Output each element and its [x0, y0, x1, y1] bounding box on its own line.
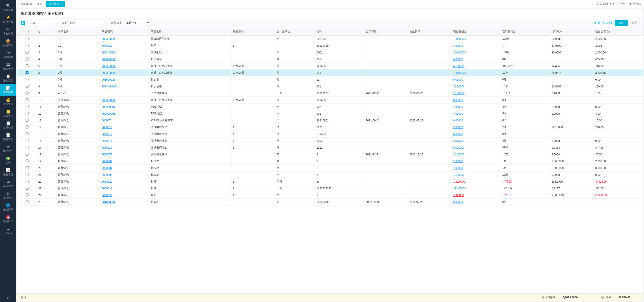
row-qty-link[interactable]: 0.00000: [453, 132, 463, 136]
row-code-link[interactable]: 0000084: [102, 173, 112, 177]
row-code-link[interactable]: 000097: [102, 119, 111, 122]
sidebar-item-newguide[interactable]: 🎯 新手引导: [0, 213, 16, 225]
print-button[interactable]: 🖨 按模板打印 ▾: [594, 2, 616, 6]
row-qty-link[interactable]: 49.60000: [453, 65, 464, 68]
sidebar-item-purchase[interactable]: 📋 采购管理: [0, 72, 16, 84]
tab-active[interactable]: 库存批次 ×: [46, 1, 65, 7]
row-checkbox[interactable]: [26, 105, 28, 108]
row-code-link[interactable]: 0023-00008: [102, 71, 116, 75]
row-checkbox[interactable]: [26, 98, 28, 101]
row-code-link[interactable]: 0023-00005: [102, 65, 116, 68]
sidebar-item-search[interactable]: 🔍 搜索菜单: [0, 2, 16, 14]
row-code-link[interactable]: 0000078: [102, 153, 112, 156]
sidebar-item-salary[interactable]: 💵 工资: [0, 155, 16, 166]
row-checkbox[interactable]: [26, 71, 28, 74]
row-checkbox[interactable]: [26, 64, 28, 67]
row-code-link[interactable]: 0000012: [102, 187, 112, 190]
row-code-link[interactable]: 0023-00005: [102, 85, 116, 88]
row-checkbox[interactable]: [26, 112, 28, 115]
row-checkbox[interactable]: [26, 44, 28, 47]
expand-conditions-button[interactable]: ▼ 展开更多条件: [594, 21, 614, 25]
row-checkbox[interactable]: [26, 132, 28, 135]
row-qty-link[interactable]: 0.00000: [453, 201, 463, 204]
row-code-link[interactable]: 0000017: [102, 146, 112, 149]
check-all-checkbox[interactable]: [26, 30, 28, 33]
row-code-link[interactable]: 000900001: [102, 105, 115, 108]
row-code-link[interactable]: 0000084: [102, 167, 112, 170]
row-qty-link[interactable]: -16.00000: [453, 180, 465, 183]
sidebar-item-assets[interactable]: 🏛 固定资产: [0, 143, 16, 155]
row-checkbox[interactable]: [26, 146, 28, 149]
row-checkbox[interactable]: [26, 125, 28, 128]
category-select[interactable]: 商品分类: [123, 20, 150, 26]
row-qty-link[interactable]: 10.00000: [453, 85, 464, 88]
sidebar-item-tax[interactable]: 📑 税务管理: [0, 131, 16, 143]
row-checkbox[interactable]: [26, 173, 28, 176]
row-checkbox[interactable]: [26, 187, 28, 190]
menu-button[interactable]: 搜索菜单: [18, 1, 34, 7]
row-code-link[interactable]: 0023-0000...: [102, 51, 117, 54]
sidebar-item-basic[interactable]: 🗂 基础信息: [0, 178, 16, 190]
filter-arrow-button[interactable]: ▶: [21, 21, 25, 25]
row-code-link[interactable]: 0023-00008: [102, 99, 116, 102]
export-button[interactable]: ↑ 导出: [617, 2, 627, 6]
goods-input[interactable]: [68, 20, 104, 26]
sidebar-item-management[interactable]: 📈 经营管理: [0, 166, 16, 178]
row-qty-link[interactable]: 0.00000: [453, 58, 463, 61]
row-checkbox[interactable]: [26, 78, 28, 81]
sidebar-item-ecommerce[interactable]: 💻 电商管理: [0, 61, 16, 72]
row-qty-link[interactable]: 122.00000: [453, 187, 466, 190]
row-qty-link[interactable]: 0.00000: [453, 99, 463, 102]
sidebar-item-finance[interactable]: 💰 资金管理: [0, 96, 16, 108]
row-code-link[interactable]: 0000029: [102, 194, 112, 197]
sidebar-item-invoice[interactable]: 🧾 发票管理: [0, 119, 16, 131]
row-code-link[interactable]: 0023-00009: [102, 37, 116, 41]
row-code-link[interactable]: 001000031: [102, 201, 115, 204]
row-qty-link[interactable]: -1.00000: [453, 194, 464, 197]
warehouse-input[interactable]: [28, 20, 55, 26]
row-qty-link[interactable]: 100.00000: [453, 37, 466, 41]
row-code-link[interactable]: 0000029: [102, 44, 112, 47]
row-code-link[interactable]: 0000017: [102, 126, 112, 129]
row-checkbox[interactable]: [26, 37, 28, 40]
row-qty-link[interactable]: 100.00000: [453, 51, 466, 54]
sidebar-item-corp[interactable]: 🌐 企业协网: [0, 201, 16, 213]
row-qty-link[interactable]: 100.00000: [453, 71, 466, 75]
row-qty-link[interactable]: 1.00000: [453, 160, 463, 163]
sidebar-item-ecommerce-small[interactable]: 🛍 小鹅电商: [0, 49, 16, 61]
row-qty-link[interactable]: 10.00000: [453, 173, 464, 177]
row-code-link[interactable]: 000900001: [102, 112, 115, 115]
tab-home[interactable]: 首页: [34, 1, 45, 7]
row-qty-link[interactable]: 10.00000: [453, 153, 464, 156]
row-checkbox[interactable]: [26, 119, 28, 122]
sidebar-item-retail[interactable]: 🛒 零售管理: [0, 25, 16, 37]
search-button[interactable]: 查询: [615, 20, 628, 26]
recycle-button[interactable]: 🗑 回收站: [628, 2, 642, 6]
sidebar-item-ledger[interactable]: 📒 总账管理: [0, 108, 16, 119]
row-checkbox[interactable]: [26, 153, 28, 156]
row-checkbox[interactable]: [26, 85, 28, 88]
row-checkbox[interactable]: [26, 160, 28, 163]
row-code-link[interactable]: 0000017: [102, 139, 112, 142]
row-code-link[interactable]: 0000012: [102, 180, 112, 183]
sidebar-item-nav[interactable]: ⚡ 快捷导航: [0, 14, 16, 25]
row-qty-link[interactable]: 10.00000: [453, 92, 464, 95]
row-code-link[interactable]: 0000084: [102, 160, 112, 163]
row-qty-link[interactable]: 0.00000: [453, 119, 463, 122]
row-checkbox[interactable]: [26, 51, 28, 54]
row-qty-link[interactable]: 3.00000: [453, 139, 463, 142]
row-code-link[interactable]: 0000017: [102, 132, 112, 136]
sidebar-item-wholesale[interactable]: 📦 批发管理: [0, 37, 16, 49]
table-settings-button[interactable]: 设置: [629, 20, 640, 26]
row-checkbox[interactable]: [26, 139, 28, 142]
row-code-link[interactable]: 0023-00005: [102, 58, 116, 61]
row-qty-link[interactable]: 0.00000: [453, 78, 463, 81]
row-qty-link[interactable]: 4.00000: [453, 112, 463, 115]
sidebar-settings[interactable]: ⚙: [5, 294, 12, 302]
sidebar-item-cloud[interactable]: ☁ 云应用: [0, 225, 16, 237]
sidebar-item-inventory[interactable]: 📊 库存核算: [0, 84, 16, 96]
row-checkbox[interactable]: [26, 180, 28, 183]
row-qty-link[interactable]: 1.00000: [453, 167, 463, 170]
row-qty-link[interactable]: 4.00000: [453, 105, 463, 108]
row-qty-link[interactable]: 1.00000: [453, 44, 463, 47]
